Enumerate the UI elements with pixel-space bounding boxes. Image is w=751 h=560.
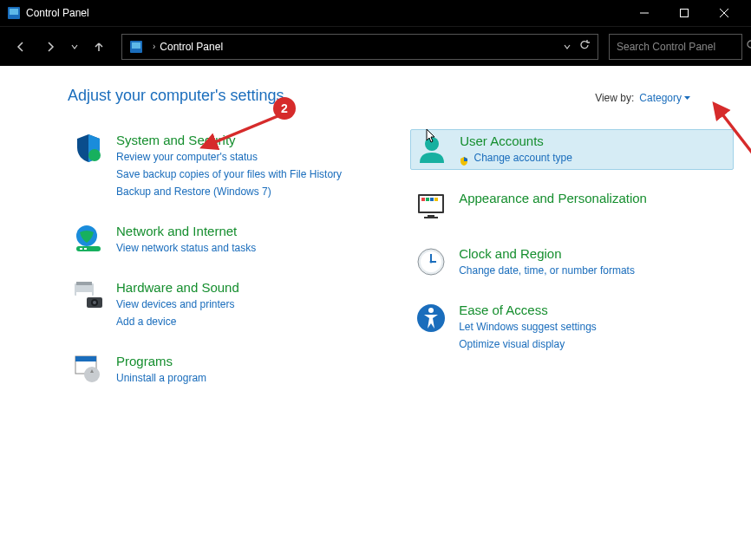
monitor-icon xyxy=(415,191,447,222)
category-link[interactable]: Add a device xyxy=(116,314,239,329)
accessibility-icon xyxy=(415,303,447,334)
window-title: Control Panel xyxy=(26,7,624,19)
back-button[interactable] xyxy=(9,35,33,59)
minimize-button[interactable] xyxy=(624,0,664,26)
programs-icon xyxy=(73,354,104,385)
svg-rect-27 xyxy=(421,198,425,201)
svg-rect-30 xyxy=(434,198,438,201)
category-appearance: Appearance and Personalization xyxy=(410,187,734,225)
printer-camera-icon xyxy=(73,280,104,311)
category-title[interactable]: Appearance and Personalization xyxy=(459,191,647,205)
address-bar[interactable]: › Control Panel xyxy=(121,34,598,60)
svg-rect-17 xyxy=(76,292,92,297)
svg-rect-14 xyxy=(84,248,87,250)
svg-rect-32 xyxy=(424,217,438,218)
user-icon xyxy=(416,133,447,165)
svg-point-39 xyxy=(428,308,434,313)
svg-point-23 xyxy=(84,367,100,382)
svg-point-8 xyxy=(748,41,751,48)
category-title[interactable]: Programs xyxy=(116,354,206,368)
category-link[interactable]: Save backup copies of your files with Fi… xyxy=(116,166,342,182)
svg-line-40 xyxy=(211,114,282,144)
annotation-badge-2: 2 xyxy=(273,97,296,120)
category-link[interactable]: View network status and tasks xyxy=(116,240,256,256)
category-title[interactable]: Network and Internet xyxy=(116,224,256,238)
category-link[interactable]: View devices and printers xyxy=(116,296,239,312)
nav-toolbar: › Control Panel xyxy=(0,26,751,66)
svg-point-37 xyxy=(430,261,433,264)
category-title[interactable]: Hardware and Sound xyxy=(116,280,239,295)
svg-point-10 xyxy=(88,149,101,161)
category-link[interactable]: Change account type xyxy=(460,150,572,166)
address-text: Control Panel xyxy=(160,41,563,53)
category-title[interactable]: Ease of Access xyxy=(459,303,597,317)
view-by-value: Category xyxy=(639,92,682,104)
refresh-button[interactable] xyxy=(578,39,591,55)
category-programs: Programs Uninstall a program xyxy=(68,350,376,389)
svg-rect-22 xyxy=(75,356,96,361)
forward-button[interactable] xyxy=(38,35,62,59)
globe-icon xyxy=(73,224,104,255)
category-title[interactable]: Clock and Region xyxy=(459,246,635,261)
svg-point-20 xyxy=(93,301,96,304)
clock-icon xyxy=(415,246,447,277)
category-hardware-sound: Hardware and Sound View devices and prin… xyxy=(68,277,376,333)
control-panel-icon xyxy=(129,40,143,54)
category-title[interactable]: User Accounts xyxy=(460,133,572,148)
chevron-down-icon xyxy=(684,95,690,101)
search-input[interactable] xyxy=(617,41,747,53)
category-network-internet: Network and Internet View network status… xyxy=(68,220,376,259)
view-by-label: View by: xyxy=(595,92,634,104)
category-link[interactable]: Let Windows suggest settings xyxy=(459,319,597,335)
category-link[interactable]: Change date, time, or number formats xyxy=(459,263,635,278)
uac-shield-icon xyxy=(460,154,468,163)
annotation-arrow-1 xyxy=(708,104,751,172)
search-icon[interactable] xyxy=(747,39,751,55)
svg-rect-3 xyxy=(681,10,689,17)
category-link[interactable]: Optimize visual display xyxy=(459,336,597,352)
shield-icon xyxy=(73,133,104,164)
category-user-accounts[interactable]: User Accounts Change account type xyxy=(410,129,734,170)
content-area: Adjust your computer's settings View by:… xyxy=(0,66,751,560)
addr-dropdown[interactable] xyxy=(563,39,571,55)
category-clock-region: Clock and Region Change date, time, or n… xyxy=(410,243,734,282)
up-button[interactable] xyxy=(87,35,111,59)
control-panel-icon xyxy=(7,6,21,20)
maximize-button[interactable] xyxy=(664,0,704,26)
view-by-control: View by: Category xyxy=(595,92,690,104)
link-text: Change account type xyxy=(473,152,571,164)
svg-rect-16 xyxy=(76,282,92,285)
category-link[interactable]: Uninstall a program xyxy=(116,370,206,386)
svg-rect-31 xyxy=(428,215,434,217)
svg-rect-29 xyxy=(430,198,434,201)
svg-rect-28 xyxy=(426,198,429,201)
svg-rect-13 xyxy=(80,248,82,250)
svg-rect-7 xyxy=(132,42,140,49)
category-ease-of-access: Ease of Access Let Windows suggest setti… xyxy=(410,299,734,355)
right-column: User Accounts Change account type Appear… xyxy=(410,129,734,389)
svg-line-41 xyxy=(720,111,751,165)
title-bar: Control Panel xyxy=(0,0,751,26)
svg-rect-1 xyxy=(10,9,18,15)
search-box[interactable] xyxy=(609,34,742,60)
category-link[interactable]: Backup and Restore (Windows 7) xyxy=(116,184,342,199)
left-column: System and Security Review your computer… xyxy=(68,129,376,389)
recent-dropdown[interactable] xyxy=(68,35,82,59)
chevron-right-icon: › xyxy=(153,42,155,51)
close-button[interactable] xyxy=(704,0,744,26)
cursor-icon xyxy=(423,127,439,146)
view-by-dropdown[interactable]: Category xyxy=(639,92,690,104)
